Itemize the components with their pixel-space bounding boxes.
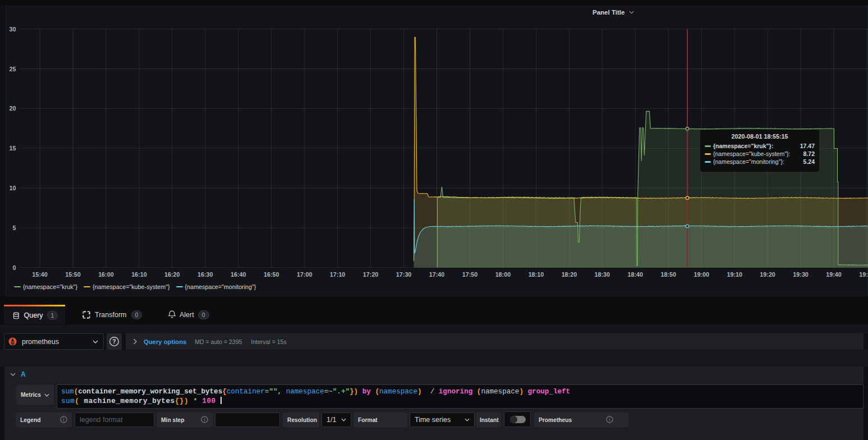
svg-text:15:50: 15:50: [65, 271, 81, 278]
svg-text:16:40: 16:40: [231, 271, 246, 278]
svg-text:18:00: 18:00: [495, 271, 511, 278]
svg-text:19:40: 19:40: [826, 271, 842, 278]
svg-text:17:00: 17:00: [297, 271, 313, 278]
svg-text:18:40: 18:40: [628, 271, 644, 278]
svg-text:16:10: 16:10: [131, 271, 147, 278]
svg-text:17:50: 17:50: [462, 271, 478, 278]
svg-text:25: 25: [10, 66, 16, 72]
svg-text:19:00: 19:00: [694, 271, 709, 278]
svg-text:16:00: 16:00: [98, 271, 114, 278]
svg-text:5: 5: [13, 224, 16, 231]
svg-text:18:50: 18:50: [660, 271, 676, 278]
svg-text:17:10: 17:10: [330, 271, 346, 278]
svg-text:19:50: 19:50: [859, 271, 868, 278]
svg-text:0: 0: [13, 264, 16, 271]
svg-text:19:10: 19:10: [727, 271, 742, 278]
svg-text:17:30: 17:30: [396, 271, 412, 278]
svg-text:16:20: 16:20: [164, 271, 180, 278]
svg-text:15:40: 15:40: [32, 271, 48, 278]
svg-text:17:40: 17:40: [429, 271, 445, 278]
svg-text:18:10: 18:10: [529, 271, 544, 278]
svg-text:20: 20: [10, 105, 16, 112]
svg-text:?: ?: [112, 338, 116, 345]
svg-text:19:30: 19:30: [793, 271, 809, 278]
svg-text:19:20: 19:20: [760, 271, 775, 278]
svg-text:30: 30: [10, 26, 16, 33]
svg-text:18:20: 18:20: [562, 271, 577, 278]
svg-text:15: 15: [10, 145, 16, 152]
svg-text:16:30: 16:30: [198, 271, 213, 278]
svg-text:17:20: 17:20: [363, 271, 379, 278]
svg-text:10: 10: [10, 185, 16, 191]
svg-text:16:50: 16:50: [264, 271, 279, 278]
svg-text:18:30: 18:30: [595, 271, 610, 278]
